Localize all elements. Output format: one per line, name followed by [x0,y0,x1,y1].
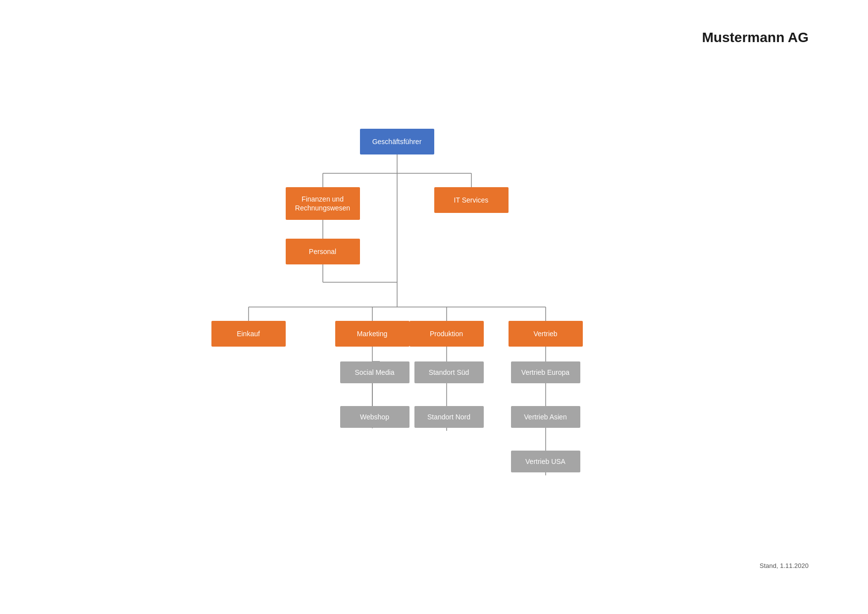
node-marketing: Marketing [335,321,409,347]
node-vertrieb-usa: Vertrieb USA [511,451,580,472]
node-vertrieb-europa: Vertrieb Europa [511,361,580,383]
node-personal: Personal [286,239,360,264]
node-social-media: Social Media [340,361,409,383]
node-produktion: Produktion [409,321,484,347]
page-title: Mustermann AG [702,30,809,46]
node-einkauf: Einkauf [211,321,286,347]
node-finanzen: Finanzen und Rechnungswesen [286,187,360,220]
node-standort-sued: Standort Süd [414,361,484,383]
node-vertrieb-asien: Vertrieb Asien [511,406,580,428]
node-vertrieb: Vertrieb [509,321,583,347]
node-standort-nord: Standort Nord [414,406,484,428]
node-geschaeftsfuehrer: Geschäftsführer [360,129,434,154]
node-webshop: Webshop [340,406,409,428]
node-it-services: IT Services [434,187,509,213]
